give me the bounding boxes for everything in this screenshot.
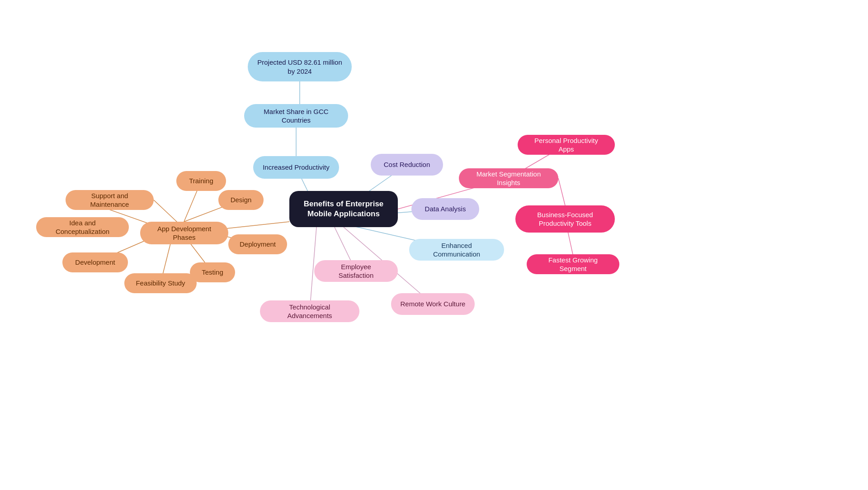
- enhanced-communication-node: Enhanced Communication: [409, 239, 504, 261]
- idea-conceptualization-node: Idea and Conceptualization: [36, 217, 129, 237]
- remote-work-node: Remote Work Culture: [391, 293, 475, 315]
- personal-productivity-node: Personal Productivity Apps: [518, 135, 615, 155]
- app-dev-phases-node: App Development Phases: [140, 222, 228, 244]
- business-focused-node: Business-Focused Productivity Tools: [515, 205, 615, 233]
- development-node: Development: [62, 252, 128, 272]
- testing-node: Testing: [190, 262, 235, 282]
- market-share-node: Market Share in GCC Countries: [244, 104, 348, 128]
- fastest-growing-node: Fastest Growing Segment: [527, 254, 619, 274]
- training-node: Training: [176, 171, 226, 191]
- svg-line-20: [558, 178, 565, 205]
- employee-satisfaction-node: Employee Satisfaction: [314, 260, 398, 282]
- support-maintenance-node: Support and Maintenance: [66, 190, 154, 210]
- cost-reduction-node: Cost Reduction: [371, 154, 443, 176]
- increased-productivity-node: Increased Productivity: [253, 156, 339, 179]
- market-seg-node: Market Segmentation Insights: [459, 168, 558, 188]
- projected-node: Projected USD 82.61 million by 2024: [248, 52, 352, 81]
- feasibility-study-node: Feasibility Study: [124, 273, 197, 293]
- deployment-node: Deployment: [228, 234, 287, 254]
- design-node: Design: [218, 190, 264, 210]
- center-node: Benefits of Enterprise Mobile Applicatio…: [289, 191, 398, 227]
- tech-advancements-node: Technological Advancements: [260, 300, 359, 322]
- data-analysis-node: Data Analysis: [411, 198, 479, 220]
